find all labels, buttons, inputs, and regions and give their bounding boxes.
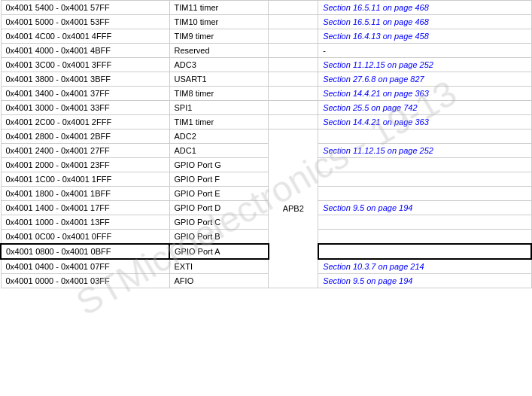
peripheral-cell: SPI1	[169, 101, 269, 115]
peripheral-cell: ADC2	[169, 129, 269, 144]
address-cell: 0x4001 1800 - 0x4001 1BFF	[1, 187, 169, 201]
reference-cell[interactable]: Section 14.4.21 on page 363	[318, 115, 531, 129]
peripheral-cell: ADC1	[169, 144, 269, 158]
peripheral-cell: TIM10 timer	[169, 15, 269, 29]
reference-link[interactable]: Section 11.12.15 on page 252	[323, 60, 433, 69]
address-cell: 0x4001 3C00 - 0x4001 3FFF	[1, 58, 169, 72]
reference-link[interactable]: Section 9.5 on page 194	[323, 276, 412, 285]
address-cell: 0x4001 3400 - 0x4001 37FF	[1, 87, 169, 101]
reference-link[interactable]: Section 16.5.11 on page 468	[323, 17, 429, 26]
reference-link[interactable]: Section 16.5.11 on page 468	[323, 3, 429, 12]
bus-cell	[269, 29, 318, 44]
reference-cell[interactable]: Section 16.5.11 on page 468	[318, 1, 531, 15]
bus-cell	[269, 115, 318, 129]
peripheral-cell: GPIO Port C	[169, 215, 269, 230]
reference-cell: -	[318, 44, 531, 58]
reference-link[interactable]: Section 9.5 on page 194	[323, 203, 412, 212]
reference-link[interactable]: Section 10.3.7 on page 214	[323, 262, 424, 271]
address-cell: 0x4001 5400 - 0x4001 57FF	[1, 1, 169, 15]
peripheral-cell: USART1	[169, 72, 269, 87]
reference-cell[interactable]: Section 27.6.8 on page 827	[318, 72, 531, 87]
address-cell: 0x4001 0C00 - 0x4001 0FFF	[1, 230, 169, 245]
reference-link[interactable]: Section 16.4.13 on page 458	[323, 32, 429, 41]
address-cell: 0x4001 2400 - 0x4001 27FF	[1, 144, 169, 158]
address-cell: 0x4001 3000 - 0x4001 33FF	[1, 101, 169, 115]
reference-link[interactable]: Section 14.4.21 on page 363	[323, 89, 429, 98]
reference-cell	[318, 215, 531, 230]
peripheral-cell: GPIO Port A	[169, 244, 269, 259]
peripheral-cell: AFIO	[169, 274, 269, 288]
address-cell: 0x4001 5000 - 0x4001 53FF	[1, 15, 169, 29]
address-cell: 0x4001 1000 - 0x4001 13FF	[1, 215, 169, 230]
peripheral-cell: GPIO Port E	[169, 187, 269, 201]
peripheral-cell: ADC3	[169, 58, 269, 72]
memory-map-table: 0x4001 5400 - 0x4001 57FFTIM11 timerSect…	[0, 0, 532, 288]
peripheral-cell: TIM8 timer	[169, 87, 269, 101]
address-cell: 0x4001 0400 - 0x4001 07FF	[1, 259, 169, 274]
bus-cell: APB2	[269, 129, 318, 288]
address-cell: 0x4001 2000 - 0x4001 23FF	[1, 158, 169, 172]
bus-cell	[269, 58, 318, 72]
bus-cell	[269, 15, 318, 29]
peripheral-cell: EXTI	[169, 259, 269, 274]
peripheral-cell: GPIO Port G	[169, 158, 269, 172]
reference-cell[interactable]: Section 9.5 on page 194	[318, 274, 531, 288]
bus-cell	[269, 87, 318, 101]
bus-cell	[269, 1, 318, 15]
reference-cell	[318, 172, 531, 187]
peripheral-cell: TIM1 timer	[169, 115, 269, 129]
reference-cell[interactable]: Section 10.3.7 on page 214	[318, 259, 531, 274]
reference-cell[interactable]: Section 11.12.15 on page 252	[318, 58, 531, 72]
address-cell: 0x4001 3800 - 0x4001 3BFF	[1, 72, 169, 87]
reference-cell[interactable]: Section 9.5 on page 194	[318, 201, 531, 215]
reference-link[interactable]: Section 14.4.21 on page 363	[323, 117, 429, 126]
reference-link[interactable]: Section 11.12.15 on page 252	[323, 146, 433, 155]
reference-cell	[318, 129, 531, 144]
bus-cell	[269, 101, 318, 115]
address-cell: 0x4001 1400 - 0x4001 17FF	[1, 201, 169, 215]
reference-cell[interactable]: Section 14.4.21 on page 363	[318, 87, 531, 101]
peripheral-cell: GPIO Port F	[169, 172, 269, 187]
reference-cell	[318, 244, 531, 259]
address-cell: 0x4001 2C00 - 0x4001 2FFF	[1, 115, 169, 129]
peripheral-cell: GPIO Port B	[169, 230, 269, 245]
reference-cell[interactable]: Section 16.4.13 on page 458	[318, 29, 531, 44]
reference-cell[interactable]: Section 25.5 on page 742	[318, 101, 531, 115]
address-cell: 0x4001 1C00 - 0x4001 1FFF	[1, 172, 169, 187]
reference-cell	[318, 230, 531, 245]
address-cell: 0x4001 0800 - 0x4001 0BFF	[1, 244, 169, 259]
reference-cell	[318, 187, 531, 201]
reference-link[interactable]: Section 25.5 on page 742	[323, 103, 417, 112]
address-cell: 0x4001 4C00 - 0x4001 4FFF	[1, 29, 169, 44]
reference-cell	[318, 158, 531, 172]
reference-cell[interactable]: Section 11.12.15 on page 252	[318, 144, 531, 158]
address-cell: 0x4001 4000 - 0x4001 4BFF	[1, 44, 169, 58]
address-cell: 0x4001 0000 - 0x4001 03FF	[1, 274, 169, 288]
reference-cell[interactable]: Section 16.5.11 on page 468	[318, 15, 531, 29]
peripheral-cell: TIM11 timer	[169, 1, 269, 15]
reference-link[interactable]: Section 27.6.8 on page 827	[323, 75, 424, 84]
address-cell: 0x4001 2800 - 0x4001 2BFF	[1, 129, 169, 144]
bus-cell	[269, 44, 318, 58]
peripheral-cell: TIM9 timer	[169, 29, 269, 44]
peripheral-cell: Reserved	[169, 44, 269, 58]
peripheral-cell: GPIO Port D	[169, 201, 269, 215]
bus-cell	[269, 72, 318, 87]
